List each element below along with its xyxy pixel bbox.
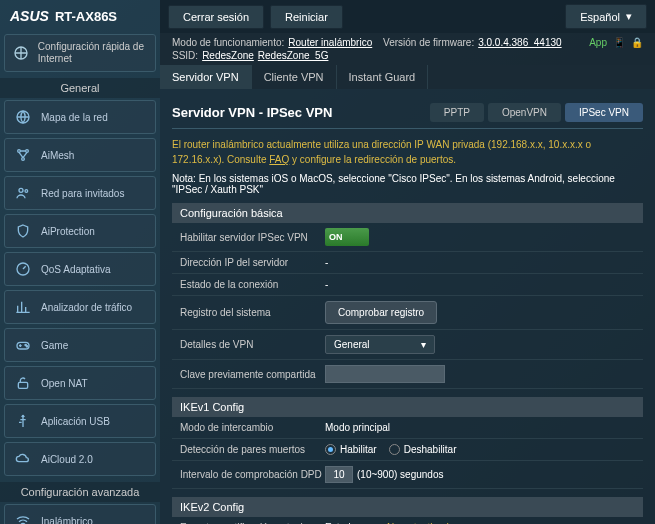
- tab-vpn-server[interactable]: Servidor VPN: [160, 65, 252, 89]
- nav-usb-app[interactable]: Aplicación USB: [4, 404, 156, 438]
- reboot-button[interactable]: Reiniciar: [270, 5, 343, 29]
- svg-rect-11: [18, 382, 27, 388]
- wan-warning: El router inalámbrico actualmente utiliz…: [172, 137, 643, 167]
- nav-network-map[interactable]: Mapa de la red: [4, 100, 156, 134]
- app-label: App: [589, 37, 607, 48]
- exchange-mode-label: Modo de intercambio: [180, 422, 325, 433]
- dpd-interval-input[interactable]: [325, 466, 353, 483]
- lock-open-icon: [13, 373, 33, 393]
- mode-tab-openvpn[interactable]: OpenVPN: [488, 103, 561, 122]
- vpn-details-select[interactable]: General▾: [325, 335, 435, 354]
- svg-point-4: [22, 158, 25, 161]
- section-basic: Configuración básica: [172, 203, 643, 223]
- dpd-enable-radio[interactable]: Habilitar: [325, 444, 377, 455]
- ssid2-link[interactable]: RedesZone_5G: [258, 50, 329, 61]
- nav-label: Red para invitados: [41, 188, 124, 199]
- nav-open-nat[interactable]: Open NAT: [4, 366, 156, 400]
- server-ip-value: -: [325, 257, 328, 268]
- nav-aiprotection[interactable]: AiProtection: [4, 214, 156, 248]
- content-area: Servidor VPN - IPSec VPN PPTP OpenVPN IP…: [160, 89, 655, 524]
- logout-button[interactable]: Cerrar sesión: [168, 5, 264, 29]
- psk-input[interactable]: [325, 365, 445, 383]
- firmware-link[interactable]: 3.0.0.4.386_44130: [478, 37, 561, 48]
- svg-point-6: [25, 190, 28, 193]
- conn-status-value: -: [325, 279, 328, 290]
- dpd-label: Detección de pares muertos: [180, 444, 325, 455]
- top-bar: Cerrar sesión Reiniciar Español ▾: [160, 0, 655, 33]
- section-general: General: [0, 78, 160, 98]
- dpd-interval-label: Intervalo de comprobación DPD: [180, 469, 325, 480]
- ssid-label: SSID:: [172, 50, 198, 61]
- syslog-label: Registro del sistema: [180, 307, 325, 318]
- nav-label: AiProtection: [41, 226, 95, 237]
- app-badge[interactable]: App 📱 🔒: [589, 37, 643, 48]
- brand-logo: ASUS: [10, 8, 49, 24]
- gamepad-icon: [13, 335, 33, 355]
- section-ikev1: IKEv1 Config: [172, 397, 643, 417]
- nav-qos[interactable]: QoS Adaptativa: [4, 252, 156, 286]
- svg-point-2: [18, 150, 21, 153]
- info-bar: Modo de funcionamiento: Router inalámbri…: [160, 33, 655, 65]
- nav-label: Analizador de tráfico: [41, 302, 132, 313]
- nav-label: Mapa de la red: [41, 112, 108, 123]
- sidebar: ASUS RT-AX86S Configuración rápida de In…: [0, 0, 160, 524]
- chevron-down-icon: ▾: [626, 10, 632, 23]
- mode-tab-ipsec[interactable]: IPSec VPN: [565, 103, 643, 122]
- tab-instant-guard[interactable]: Instant Guard: [337, 65, 429, 89]
- radio-icon: [325, 444, 336, 455]
- nav-label: Aplicación USB: [41, 416, 110, 427]
- model-name: RT-AX86S: [55, 9, 117, 24]
- ssid1-link[interactable]: RedesZone: [202, 50, 254, 61]
- language-label: Español: [580, 11, 620, 23]
- check-log-button[interactable]: Comprobar registro: [325, 301, 437, 324]
- mode-tab-pptp[interactable]: PPTP: [430, 103, 484, 122]
- server-ip-label: Dirección IP del servidor: [180, 257, 325, 268]
- section-ikev2: IKEv2 Config: [172, 497, 643, 517]
- faq-link[interactable]: FAQ: [269, 154, 289, 165]
- nav-label: AiMesh: [41, 150, 74, 161]
- gear-globe-icon: [13, 42, 30, 64]
- nav-label: Game: [41, 340, 68, 351]
- conn-status-label: Estado de la conexión: [180, 279, 325, 290]
- svg-point-5: [19, 188, 23, 192]
- phone-icon: 📱: [613, 37, 625, 48]
- nav-traffic-analyzer[interactable]: Analizador de tráfico: [4, 290, 156, 324]
- mode-label: Modo de funcionamiento:: [172, 37, 284, 48]
- main-content: Cerrar sesión Reiniciar Español ▾ Modo d…: [160, 0, 655, 524]
- nav-label: Inalámbrico: [41, 516, 93, 525]
- nav-guest-network[interactable]: Red para invitados: [4, 176, 156, 210]
- enable-toggle[interactable]: ON: [325, 228, 369, 246]
- language-selector[interactable]: Español ▾: [565, 4, 647, 29]
- firmware-label: Versión de firmware:: [383, 37, 474, 48]
- nav-wireless[interactable]: Inalámbrico: [4, 504, 156, 524]
- cloud-icon: [13, 449, 33, 469]
- gauge-icon: [13, 259, 33, 279]
- nav-label: QoS Adaptativa: [41, 264, 111, 275]
- svg-point-3: [26, 150, 29, 153]
- chart-icon: [13, 297, 33, 317]
- quick-setup-label: Configuración rápida de Internet: [38, 41, 147, 65]
- usb-icon: [13, 411, 33, 431]
- quick-setup-button[interactable]: Configuración rápida de Internet: [4, 34, 156, 72]
- dpd-radio-group: Habilitar Deshabilitar: [325, 444, 457, 455]
- chevron-down-icon: ▾: [421, 339, 426, 350]
- exchange-mode-value: Modo principal: [325, 422, 390, 433]
- vpn-tabs: Servidor VPN Cliente VPN Instant Guard: [160, 65, 655, 89]
- nav-aicloud[interactable]: AiCloud 2.0: [4, 442, 156, 476]
- vpn-mode-tabs: PPTP OpenVPN IPSec VPN: [430, 103, 643, 122]
- globe-icon: [13, 107, 33, 127]
- svg-point-10: [26, 346, 27, 347]
- nav-aimesh[interactable]: AiMesh: [4, 138, 156, 172]
- radio-icon: [389, 444, 400, 455]
- nav-label: Open NAT: [41, 378, 88, 389]
- panel-title: Servidor VPN - IPSec VPN: [172, 105, 332, 120]
- dpd-disable-radio[interactable]: Deshabilitar: [389, 444, 457, 455]
- tab-vpn-client[interactable]: Cliente VPN: [252, 65, 337, 89]
- dpd-interval-unit: (10~900) segundos: [357, 469, 443, 480]
- mode-link[interactable]: Router inalámbrico: [288, 37, 372, 48]
- wifi-icon: [13, 511, 33, 524]
- nav-game[interactable]: Game: [4, 328, 156, 362]
- panel-header: Servidor VPN - IPSec VPN PPTP OpenVPN IP…: [172, 97, 643, 129]
- shield-icon: [13, 221, 33, 241]
- users-icon: [13, 183, 33, 203]
